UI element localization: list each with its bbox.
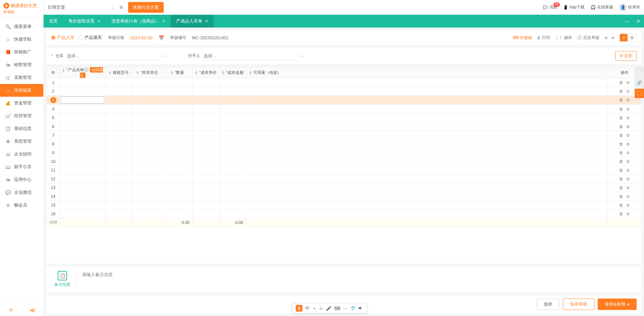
copy-icon[interactable]: ⧉ [627, 168, 630, 173]
ime-icon[interactable]: ⋯ [343, 306, 347, 311]
th-spec[interactable]: ▲▼规格型号 [105, 67, 132, 78]
th-name[interactable]: ▲▼*产品名称ⓘ 扫码录入 [60, 67, 105, 78]
discard-button[interactable]: 放弃 [537, 299, 559, 310]
ime-icon[interactable]: ❤ [358, 306, 362, 311]
product-name-input[interactable] [61, 96, 104, 104]
warehouse-more[interactable]: ⋯ [163, 53, 168, 59]
th-unit[interactable]: ▲▼*库存单位 [132, 67, 162, 78]
table-row[interactable]: 7 🗑⧉ [47, 131, 641, 140]
nav-item-7[interactable]: 📈经营管理 [0, 109, 43, 122]
table-row[interactable]: 6 🗑⧉ [47, 122, 641, 131]
copy-icon[interactable]: ⧉ [627, 212, 630, 216]
tab-minimize[interactable]: — [621, 15, 633, 28]
copy-icon[interactable]: ⧉ [627, 80, 630, 85]
save-button[interactable]: 保存&新增▾ [598, 299, 637, 310]
view-card[interactable]: ⊞ [628, 34, 636, 41]
nav-item-12[interactable]: 🛍应用中心 [0, 173, 43, 186]
nav-item-13[interactable]: 💬企业微信 [0, 186, 43, 199]
gear-icon[interactable]: ⚙ [118, 3, 125, 11]
table-row[interactable]: 4 🗑⧉ [47, 105, 641, 114]
draft-button[interactable]: 保存草稿 [563, 299, 594, 310]
ime-bar[interactable]: S 中 •,☺🎤⌨⋯👕❤ [292, 303, 367, 313]
side-tool-2[interactable]: 🔗 [635, 78, 644, 87]
print-button[interactable]: 🖨打印 [537, 35, 550, 41]
category-select[interactable]: 日用百货 ⌄ [48, 4, 115, 10]
table-row[interactable]: 8 🗑⧉ [47, 140, 641, 148]
settings-icon[interactable]: ⚙ [0, 304, 22, 316]
side-tool-3[interactable]: ⛶ [635, 89, 644, 98]
delete-icon[interactable]: 🗑 [619, 212, 623, 216]
warehouse-input[interactable] [66, 52, 160, 60]
table-row[interactable]: 1 🗑⧉ [47, 78, 641, 87]
side-tool-1[interactable]: 📄 [635, 67, 644, 77]
nav-item-14[interactable]: ♔畅会员 [0, 199, 43, 212]
nav-item-6[interactable]: 💰资金管理 [0, 97, 43, 109]
copy-icon[interactable]: ⧉ [627, 185, 630, 190]
delete-icon[interactable]: 🗑 [619, 80, 623, 85]
nav-item-2[interactable]: 🎁营销推广 [0, 46, 43, 58]
user-menu[interactable]: 👤 徐泽华 [619, 4, 640, 11]
table-row[interactable]: 16 🗑⧉ [47, 210, 641, 218]
handler-input[interactable] [203, 52, 297, 60]
copy-icon[interactable]: ⧉ [627, 89, 630, 94]
tab-3[interactable]: 产成品入库单✕ [171, 15, 214, 28]
nav-item-10[interactable]: 🗂企业协同 [0, 148, 43, 161]
table-row[interactable]: 12 🗑⧉ [47, 175, 641, 183]
delete-icon[interactable]: 🗑 [619, 203, 623, 208]
copy-icon[interactable]: ⧉ [627, 150, 630, 155]
nav-item-5[interactable]: ⌂库存核算 [0, 84, 43, 97]
delete-icon[interactable]: 🗑 [619, 168, 623, 173]
table-row[interactable]: 5 🗑⧉ [47, 114, 641, 122]
delete-icon[interactable]: 🗑 [619, 142, 623, 146]
delete-icon[interactable]: 🗑 [619, 150, 623, 155]
copy-icon[interactable]: ⧉ [627, 124, 630, 129]
nav-item-3[interactable]: 🛍销售管理 [0, 58, 43, 71]
table-row[interactable]: 10 🗑⧉ [47, 157, 641, 166]
delete-icon[interactable]: 🗑 [619, 177, 623, 181]
delete-icon[interactable]: 🗑 [619, 194, 623, 199]
table-row[interactable]: 13 🗑⧉ [47, 183, 641, 192]
remark-input[interactable] [80, 270, 638, 289]
copy-icon[interactable]: ⧉ [627, 159, 630, 164]
prev-icon[interactable]: ◀ [604, 35, 607, 40]
cta-button[interactable]: 体验行业方案 [128, 2, 164, 13]
ime-icon[interactable]: ⌨ [334, 306, 340, 311]
calendar-icon[interactable]: 📅 [159, 35, 164, 40]
copy-icon[interactable]: ⧉ [627, 98, 630, 102]
delete-icon[interactable]: 🗑 [619, 116, 623, 120]
ime-icon[interactable]: ☺ [319, 306, 323, 311]
delete-icon[interactable]: 🗑 [619, 89, 623, 94]
ime-icon[interactable]: •, [314, 306, 316, 311]
close-icon[interactable]: ✕ [97, 19, 101, 24]
tab-2[interactable]: 进货单统计表（按商品）✕ [106, 15, 171, 28]
delete-icon[interactable]: 🗑 [619, 107, 623, 111]
copy-icon[interactable]: ⧉ [627, 194, 630, 199]
tab-0[interactable]: 首页 [44, 15, 63, 28]
copy-icon[interactable]: ⧉ [627, 116, 630, 120]
ime-icon[interactable]: 👕 [350, 306, 356, 311]
nav-item-11[interactable]: 📖新手引导 [0, 161, 43, 173]
ime-icon[interactable]: 🎤 [326, 306, 331, 311]
copy-icon[interactable]: ⧉ [627, 203, 630, 208]
view-list[interactable]: ≡ [620, 34, 628, 41]
delete-icon[interactable]: 🗑 [619, 185, 623, 190]
delete-icon[interactable]: 🗑 [619, 133, 623, 138]
nav-item-8[interactable]: 📋基础信息 [0, 122, 43, 135]
close-icon[interactable]: ✕ [162, 19, 165, 24]
delete-icon[interactable]: 🗑 [619, 159, 623, 164]
settings-button[interactable]: ⚙ 设置 [615, 51, 637, 61]
nav-item-9[interactable]: ⚙系统管理 [0, 135, 43, 148]
messages-button[interactable]: 💬 消息 70 [543, 4, 557, 10]
table-row[interactable]: 11 🗑⧉ [47, 166, 641, 175]
nav-item-1[interactable]: ⌂快捷导航 [0, 33, 43, 46]
ime-lang[interactable]: 中 [305, 305, 310, 311]
table-row[interactable]: 9 🗑⧉ [47, 148, 641, 157]
table-row[interactable]: 2 🗑⧉ [47, 87, 641, 96]
tab-1[interactable]: 售价提取设置✕ [63, 15, 106, 28]
copy-icon[interactable]: ⧉ [627, 107, 630, 111]
handler-more[interactable]: ⋯ [300, 53, 305, 59]
history-button[interactable]: 🕑历史单据 [577, 35, 599, 41]
th-price[interactable]: ▲▼*成本单价 [193, 67, 219, 78]
download-button[interactable]: 📱 App下载 [563, 4, 585, 10]
shortcut-button[interactable]: ⌨快捷键 [513, 35, 532, 41]
